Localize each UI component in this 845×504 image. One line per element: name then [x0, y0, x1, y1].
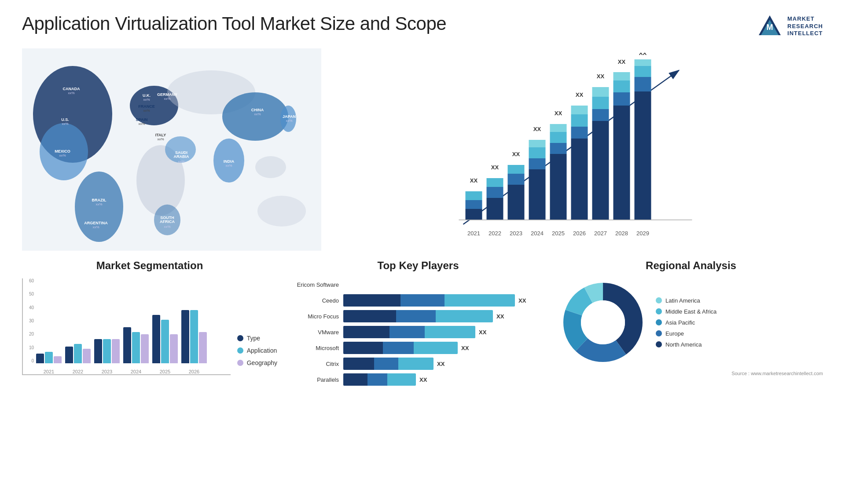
svg-text:XX: XX — [576, 91, 584, 98]
svg-rect-63 — [508, 165, 525, 174]
player-val-citrix: XX — [437, 361, 445, 367]
svg-text:2027: 2027 — [594, 230, 607, 237]
svg-rect-53 — [466, 191, 482, 200]
world-map-section: CANADA xx% U.S. xx% MEXICO xx% BRAZIL xx… — [22, 48, 321, 251]
player-row-parallels: Parallels XX — [286, 373, 550, 386]
seg-bar-2024-type — [123, 327, 131, 363]
svg-rect-62 — [508, 174, 525, 185]
market-segmentation-section: Market Segmentation 0 10 20 30 40 50 60 — [22, 259, 277, 486]
player-bar-vmware: XX — [343, 326, 550, 338]
svg-text:INDIA: INDIA — [224, 159, 235, 164]
player-val-parallels: XX — [419, 376, 427, 383]
legend-geo-label: Geography — [247, 359, 277, 366]
bar-seg2 — [389, 326, 425, 338]
svg-point-6 — [75, 172, 123, 242]
svg-text:U.K.: U.K. — [143, 93, 151, 98]
svg-rect-96 — [635, 91, 651, 220]
bar-seg1 — [343, 294, 400, 307]
svg-rect-74 — [550, 132, 567, 143]
seg-bar-2026-app — [190, 310, 198, 363]
svg-rect-68 — [529, 147, 546, 158]
svg-text:XX: XX — [618, 58, 626, 65]
svg-rect-69 — [529, 140, 546, 147]
world-map-svg: CANADA xx% U.S. xx% MEXICO xx% BRAZIL xx… — [22, 48, 321, 251]
bar-seg1 — [343, 358, 374, 370]
legend-geography: Geography — [237, 359, 277, 366]
bar-seg1 — [343, 326, 389, 338]
bar-seg1 — [343, 342, 383, 354]
svg-text:U.S.: U.S. — [61, 117, 69, 122]
svg-text:xx%: xx% — [286, 119, 292, 123]
svg-text:FRANCE: FRANCE — [138, 104, 155, 109]
label-europe: Europe — [665, 330, 684, 337]
svg-text:JAPAN: JAPAN — [283, 114, 296, 119]
svg-rect-58 — [487, 178, 503, 187]
seg-bar-2021-geo — [54, 356, 62, 363]
seg-bar-2024-geo — [141, 334, 149, 363]
logo-icon: M — [757, 13, 783, 40]
seg-bar-2026-geo — [199, 332, 207, 363]
bar-seg2 — [400, 294, 445, 307]
svg-rect-92 — [614, 80, 630, 92]
legend-geo-dot — [237, 360, 243, 366]
svg-point-15 — [255, 156, 286, 178]
svg-text:xx%: xx% — [178, 160, 184, 164]
svg-rect-81 — [571, 106, 588, 114]
svg-rect-57 — [487, 187, 503, 198]
legend-asia-pacific: Asia Pacific — [656, 319, 716, 326]
svg-text:xx%: xx% — [164, 225, 170, 229]
svg-rect-66 — [529, 169, 546, 220]
svg-text:xx%: xx% — [157, 137, 164, 141]
label-asia-pacific: Asia Pacific — [665, 319, 695, 326]
player-bar-microfocus: XX — [343, 310, 550, 322]
players-list: Ericom Software Ceedo — [286, 278, 550, 386]
seg-bar-2026-type — [181, 310, 189, 363]
seg-bar-2022-geo — [83, 349, 91, 363]
bar-seg1 — [343, 310, 396, 322]
player-val-ceedo: XX — [518, 297, 526, 304]
player-row-citrix: Citrix XX — [286, 358, 550, 370]
key-players-title: Top Key Players — [286, 259, 550, 272]
bar-seg3 — [436, 310, 493, 322]
bar-seg3 — [414, 342, 458, 354]
player-row-ericom: Ericom Software — [286, 278, 550, 291]
svg-text:XX: XX — [639, 53, 647, 56]
svg-rect-87 — [592, 87, 609, 97]
svg-rect-75 — [550, 124, 567, 132]
legend-app-dot — [237, 347, 243, 354]
svg-rect-93 — [614, 72, 630, 80]
player-name-ericom: Ericom Software — [286, 281, 339, 288]
svg-text:2022: 2022 — [489, 230, 501, 237]
source-text: Source : www.marketresearchintellect.com — [559, 371, 823, 376]
logo-container: M MARKETRESEARCHINTELLECT — [757, 13, 823, 40]
regional-analysis-section: Regional Analysis — [559, 259, 823, 486]
svg-rect-56 — [487, 198, 503, 220]
legend-app-label: Application — [247, 347, 277, 354]
seg-bar-2025-app — [161, 320, 169, 363]
svg-text:MEXICO: MEXICO — [55, 149, 70, 153]
player-bar-ericom — [343, 278, 550, 291]
svg-text:2026: 2026 — [573, 230, 586, 237]
svg-text:XX: XX — [491, 164, 499, 171]
page-title: Application Virtualization Tool Market S… — [22, 13, 446, 34]
dot-europe — [656, 330, 662, 336]
player-row-microsoft: Microsoft XX — [286, 342, 550, 354]
legend-type-label: Type — [247, 335, 260, 342]
regional-legend: Latin America Middle East & Africa Asia … — [656, 297, 716, 348]
player-row-vmware: VMware XX — [286, 326, 550, 338]
svg-text:xx%: xx% — [143, 109, 150, 113]
svg-rect-97 — [635, 77, 651, 91]
svg-rect-52 — [466, 200, 482, 209]
page-container: Application Virtualization Tool Market S… — [0, 0, 845, 504]
dot-latin-america — [656, 297, 662, 303]
dot-middle-east — [656, 308, 662, 314]
svg-rect-72 — [550, 154, 567, 220]
player-name-microfocus: Micro Focus — [286, 313, 339, 320]
svg-text:xx%: xx% — [138, 122, 145, 126]
player-name-citrix: Citrix — [286, 361, 339, 367]
header: Application Virtualization Tool Market S… — [22, 13, 823, 40]
seg-bar-2024-app — [132, 332, 140, 363]
player-val-vmware: XX — [479, 329, 486, 336]
svg-rect-73 — [550, 143, 567, 154]
player-bar-parallels: XX — [343, 373, 550, 386]
